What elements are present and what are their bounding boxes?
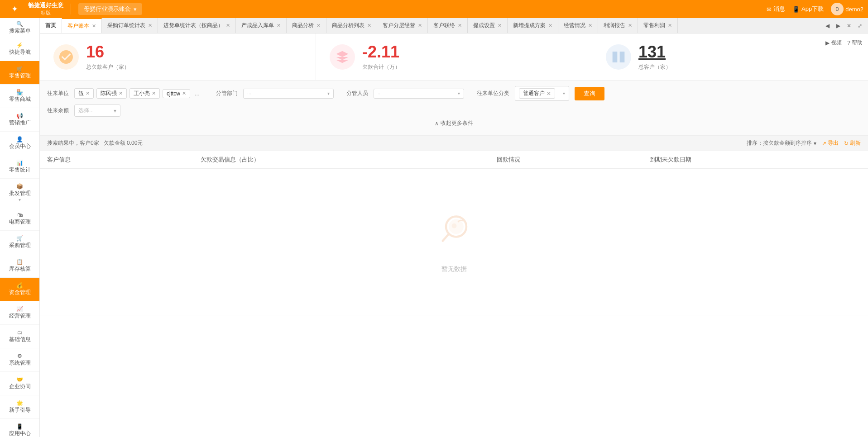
stat-block-total: 131 总客户（家） ▶ 视频 ? 帮助	[592, 33, 868, 80]
sidebar: 🔍 搜索菜单 ⚡ 快捷导航 🛒 零售管理 🏪 零售商城 📢 营销推广 👤	[0, 18, 40, 437]
tag-close-chen[interactable]: ✕	[119, 90, 123, 96]
help-btn[interactable]: ? 帮助	[847, 39, 863, 47]
tab-scroll-left[interactable]: ◀	[823, 21, 832, 30]
tag-close-cjttcw[interactable]: ✕	[182, 90, 186, 96]
filter-dept-more-dots: ···	[247, 91, 251, 96]
filter-tag-chen: 陈民强 ✕	[96, 88, 127, 99]
col-header-repayment: 回款情况	[489, 151, 643, 169]
debt-icon	[330, 44, 355, 70]
user-menu[interactable]: D demo2	[831, 3, 863, 15]
svg-rect-0	[613, 52, 618, 62]
tab-close-product-analysis[interactable]: ✕	[317, 23, 321, 28]
stat-label-debt: 欠款合计（万）	[362, 63, 400, 71]
stat-values-debt: -2.11 欠款合计（万）	[362, 43, 400, 71]
balance-arrow-icon: ▾	[114, 108, 116, 114]
tag-close-wu[interactable]: ✕	[86, 90, 90, 96]
message-btn[interactable]: ✉ 消息	[767, 5, 785, 13]
filter-dept-select[interactable]: ··· ▾	[243, 89, 334, 99]
collapse-btn[interactable]: ∧ 收起更多条件	[47, 117, 861, 130]
tab-customer-contact[interactable]: 客户联络 ✕	[428, 18, 468, 33]
empty-icon	[434, 210, 475, 260]
col-header-debt-info: 欠款交易信息（占比）	[193, 151, 489, 169]
video-help-btn[interactable]: ▶ 视频	[825, 39, 842, 47]
tab-close-customer-contact[interactable]: ✕	[458, 23, 462, 28]
tab-new-promotion[interactable]: 新增提成方案 ✕	[508, 18, 558, 33]
sidebar-item-member[interactable]: 👤 会员中心	[0, 132, 39, 155]
tag-close-wang[interactable]: ✕	[152, 90, 156, 96]
result-info: 搜索结果中，客户0家 欠款金额 0.00元	[47, 139, 143, 147]
sidebar-item-inventory[interactable]: 📋 库存核算	[0, 254, 39, 278]
sidebar-item-finance[interactable]: 💰 资金管理	[0, 278, 39, 301]
filter-balance-select[interactable]: 选择... ▾	[74, 104, 120, 117]
filter-unit-tags: 伍 ✕ 陈民强 ✕ 王小亮 ✕	[74, 88, 201, 99]
tab-close-purchase-order[interactable]: ✕	[148, 23, 152, 28]
tab-customer-tier[interactable]: 客户分层经营 ✕	[377, 18, 428, 33]
tab-close-inbound-stats[interactable]: ✕	[226, 23, 230, 28]
stat-values-total: 131 总客户（家）	[638, 43, 671, 71]
filter-tag-cjttcw: cjttcw ✕	[163, 89, 190, 98]
tab-close-business-info[interactable]: ✕	[588, 23, 592, 28]
store-arrow-icon: ▾	[134, 6, 137, 13]
sidebar-item-wholesale[interactable]: 📦 批发管理 ▾	[0, 179, 39, 207]
tab-close-all[interactable]: ✕	[844, 21, 854, 30]
person-arrow-icon: ▾	[458, 91, 460, 96]
sidebar-item-basic-info[interactable]: 🗂 基础信息	[0, 325, 39, 348]
store-selector[interactable]: 母婴行业演示账套 ▾	[78, 3, 142, 15]
sidebar-item-marketing[interactable]: 📢 营销推广	[0, 108, 39, 132]
logo-area: ✦ 畅捷通好生意 标版	[5, 0, 63, 19]
tab-close-product-list[interactable]: ✕	[367, 23, 371, 28]
tab-close-customer-tier[interactable]: ✕	[418, 23, 422, 28]
customers-icon	[53, 44, 79, 70]
tab-close-new-promotion[interactable]: ✕	[548, 23, 552, 28]
tab-promotion-settings[interactable]: 提成设置 ✕	[468, 18, 508, 33]
unit-type-arrow-icon: ▾	[563, 91, 565, 96]
tab-product-list[interactable]: 商品分析列表 ✕	[326, 18, 377, 33]
tab-customer-account[interactable]: 客户账本 ✕	[62, 18, 102, 33]
sidebar-item-retail-shop[interactable]: 🏪 零售商城	[0, 85, 39, 108]
sidebar-item-system[interactable]: ⚙ 系统管理	[0, 348, 39, 372]
tab-retail-profit[interactable]: 零售利润 ✕	[638, 18, 678, 33]
tab-product-analysis[interactable]: 商品分析 ✕	[287, 18, 326, 33]
stat-help: ▶ 视频 ? 帮助	[825, 39, 863, 47]
sidebar-quick-nav[interactable]: ⚡ 快捷导航	[0, 38, 39, 61]
tab-close-profit-report[interactable]: ✕	[628, 23, 632, 28]
tab-profit-report[interactable]: 利润报告 ✕	[598, 18, 638, 33]
sort-select[interactable]: 排序：按欠款金额到序排序 ▾	[747, 139, 816, 147]
app-download-btn[interactable]: 📱 App下载	[792, 5, 824, 13]
sidebar-item-enterprise-coop[interactable]: 🤝 企业协同	[0, 372, 39, 395]
refresh-btn[interactable]: ↻ 刷新	[844, 139, 861, 147]
tab-inbound-stats[interactable]: 进货单统计表（按商品） ✕	[158, 18, 236, 33]
tag-close-unit-type[interactable]: ✕	[547, 90, 551, 97]
sidebar-item-app-center[interactable]: 📱 应用中心	[0, 419, 39, 437]
svg-line-4	[442, 234, 448, 241]
tab-maximize[interactable]: ⤢	[855, 21, 864, 30]
tab-scroll-right[interactable]: ▶	[834, 21, 843, 30]
filter-dept-label: 分管部门	[216, 90, 238, 97]
tab-purchase-order[interactable]: 采购订单统计表 ✕	[102, 18, 158, 33]
sidebar-item-new-guide[interactable]: 🌟 新手引导	[0, 395, 39, 419]
stat-block-debt: -2.11 欠款合计（万）	[316, 33, 592, 80]
tab-close-retail-profit[interactable]: ✕	[668, 23, 672, 28]
tab-close-customer-account[interactable]: ✕	[92, 23, 96, 29]
empty-state-cell: 暂无数据	[40, 169, 868, 315]
sidebar-item-ecommerce[interactable]: 🛍 电商管理	[0, 207, 39, 231]
tab-business-info[interactable]: 经营情况 ✕	[558, 18, 598, 33]
sidebar-item-operations[interactable]: 📈 经营管理	[0, 301, 39, 325]
tab-home[interactable]: 首页	[40, 18, 62, 33]
tab-close-promotion-settings[interactable]: ✕	[498, 23, 502, 28]
refresh-icon: ↻	[844, 140, 849, 147]
sidebar-search[interactable]: 🔍 搜索菜单	[0, 18, 39, 38]
sidebar-item-retail-mgmt[interactable]: 🛒 零售管理	[0, 61, 39, 85]
stat-label-total: 总客户（家）	[638, 63, 671, 71]
tab-product-in[interactable]: 产成品入库单 ✕	[236, 18, 287, 33]
stats-row: 16 总欠款客户（家） -2.11 欠款合计（万）	[40, 33, 868, 81]
sidebar-item-purchase[interactable]: 🛒 采购管理	[0, 231, 39, 254]
filter-unit-type-select[interactable]: 普通客户 ✕ ▾	[515, 86, 569, 101]
filter-person-select[interactable]: ··· ▾	[374, 89, 464, 99]
sidebar-item-retail-stats[interactable]: 📊 零售统计	[0, 155, 39, 179]
filter-unit-more[interactable]: ...	[193, 89, 201, 98]
tab-close-product-in[interactable]: ✕	[277, 23, 281, 28]
export-btn[interactable]: ↗ 导出	[822, 139, 839, 147]
query-button[interactable]: 查询	[575, 87, 604, 100]
filter-person-label: 分管人员	[346, 90, 368, 97]
